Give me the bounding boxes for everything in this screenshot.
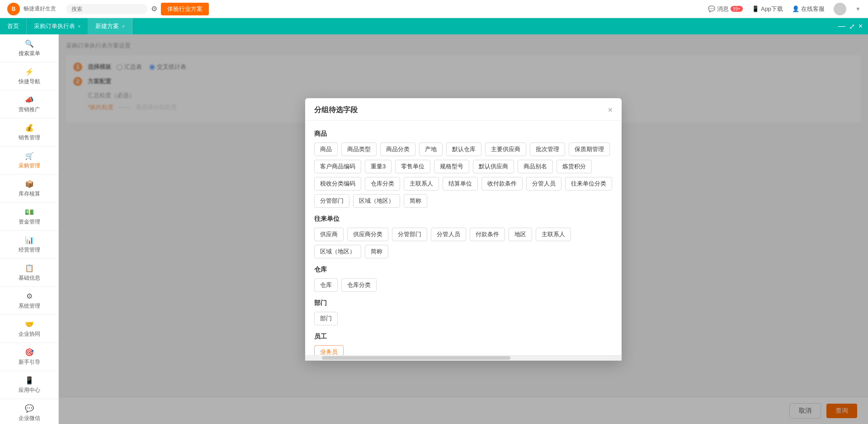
field-origin[interactable]: 产地: [419, 143, 443, 156]
avatar[interactable]: [834, 3, 846, 15]
modal-title: 分组待选字段: [314, 105, 358, 115]
field-payment-terms[interactable]: 收付款条件: [481, 177, 523, 191]
search-input[interactable]: [71, 6, 126, 12]
sidebar-item-enterprise-wechat[interactable]: 💬 企业微信: [0, 399, 58, 424]
field-partner-supervisor[interactable]: 分管人员: [431, 228, 466, 241]
modal-header: 分组待选字段 ×: [305, 98, 622, 121]
user-arrow[interactable]: ▼: [855, 6, 861, 12]
field-goods-type[interactable]: 商品类型: [341, 143, 377, 156]
field-partner-short[interactable]: 简称: [365, 245, 388, 258]
field-dept[interactable]: 分管部门: [314, 194, 349, 208]
field-short-name[interactable]: 简称: [404, 194, 427, 208]
sidebar-item-search[interactable]: 🔍 搜索菜单: [0, 34, 58, 62]
sidebar-item-finance[interactable]: 💵 资金管理: [0, 203, 58, 231]
sidebar-item-app-center[interactable]: 📱 应用中心: [0, 371, 58, 399]
field-goods[interactable]: 商品: [314, 143, 338, 156]
field-default-warehouse[interactable]: 默认仓库: [446, 143, 481, 156]
online-service-item[interactable]: 👤 在线客服: [792, 5, 825, 13]
field-default-supplier[interactable]: 默认供应商: [473, 160, 514, 173]
app-download-item[interactable]: 📱 App下载: [752, 5, 783, 13]
sidebar-item-system-label: 系统管理: [19, 302, 40, 310]
field-grid-employee: 业务员: [314, 345, 613, 355]
modal-close-button[interactable]: ×: [608, 106, 613, 114]
field-retail-unit[interactable]: 零售单位: [395, 160, 430, 173]
sidebar-item-marketing[interactable]: 📣 营销推广: [0, 91, 58, 119]
field-main-contact[interactable]: 主联系人: [404, 177, 439, 191]
field-tax-code[interactable]: 税收分类编码: [314, 177, 361, 191]
tab-new-plan-label: 新建方案: [95, 22, 119, 30]
field-payment-cond[interactable]: 付款条件: [470, 228, 505, 241]
field-batch-mgmt[interactable]: 批次管理: [530, 143, 565, 156]
field-spec-model[interactable]: 规格型号: [434, 160, 469, 173]
tab-close-icon[interactable]: ×: [859, 22, 863, 31]
field-settlement-unit[interactable]: 结算单位: [443, 177, 478, 191]
tab-fullscreen-icon[interactable]: ⤢: [849, 22, 855, 31]
field-supplier[interactable]: 供应商: [314, 228, 344, 241]
trial-button[interactable]: 体验行业方案: [161, 3, 209, 15]
inventory-icon: 📦: [25, 179, 34, 188]
sidebar-item-inventory[interactable]: 📦 库存核算: [0, 175, 58, 203]
logo-text: 畅捷通好生意: [24, 5, 56, 12]
top-header: B 畅捷通好生意 ⚙ 体验行业方案 💬 消息 99+ 📱 App下载 👤 在线客…: [0, 0, 868, 18]
system-icon: ⚙: [25, 291, 34, 300]
sidebar-item-system[interactable]: ⚙ 系统管理: [0, 287, 58, 315]
search-input-wrap[interactable]: [66, 4, 147, 14]
section-title-employee: 员工: [314, 333, 613, 341]
field-supplier-category[interactable]: 供应商分类: [347, 228, 388, 241]
field-weight3[interactable]: 重量3: [365, 160, 392, 173]
modal-hscroll-thumb: [322, 356, 511, 360]
logo-area: B 畅捷通好生意: [7, 3, 66, 15]
marketing-icon: 📣: [25, 95, 34, 104]
field-partner-contact[interactable]: 主联系人: [536, 228, 571, 241]
field-warehouse-name[interactable]: 仓库: [314, 278, 338, 292]
enterprise-wechat-icon: 💬: [25, 404, 34, 413]
field-area[interactable]: 地区: [509, 228, 532, 241]
field-main-supplier[interactable]: 主要供应商: [485, 143, 526, 156]
basic-info-icon: 📋: [25, 263, 34, 272]
sales-icon: 💰: [25, 123, 34, 132]
field-warehouse-category[interactable]: 仓库分类: [365, 177, 400, 191]
sidebar: 🔍 搜索菜单 ⚡ 快捷导航 📣 营销推广 💰 销售管理 🛒 采购管理 📦 库存核…: [0, 34, 59, 424]
online-service-icon: 👤: [792, 5, 799, 12]
field-partner-dept[interactable]: 分管部门: [392, 228, 427, 241]
sidebar-item-enterprise-collab[interactable]: 🤝 企业协同: [0, 315, 58, 343]
tab-purchase-order-close[interactable]: ×: [78, 24, 80, 29]
tab-home[interactable]: 首页: [0, 18, 27, 34]
field-goods-alias[interactable]: 商品别名: [518, 160, 553, 173]
field-customer-code[interactable]: 客户商品编码: [314, 160, 361, 173]
sidebar-item-search-label: 搜索菜单: [19, 50, 40, 57]
field-partner-region[interactable]: 区域（地区）: [314, 245, 361, 258]
sidebar-item-quick-nav[interactable]: ⚡ 快捷导航: [0, 62, 58, 91]
section-title-dept: 部门: [314, 299, 613, 307]
sidebar-item-new-guide[interactable]: 🎯 新手引导: [0, 343, 58, 371]
field-region[interactable]: 区域（地区）: [353, 194, 400, 208]
field-salesperson[interactable]: 业务员: [314, 345, 344, 355]
sidebar-item-basic-info[interactable]: 📋 基础信息: [0, 259, 58, 287]
tab-new-plan-close[interactable]: ×: [122, 24, 124, 29]
online-service-label: 在线客服: [801, 5, 825, 13]
tab-purchase-order[interactable]: 采购订单执行表 ×: [27, 18, 88, 34]
app-download-label: App下载: [761, 5, 783, 13]
field-warehouse-cat[interactable]: 仓库分类: [341, 278, 377, 292]
sidebar-item-finance-label: 资金管理: [19, 218, 40, 226]
field-grid-warehouse: 仓库 仓库分类: [314, 278, 613, 292]
modal-hscroll[interactable]: [305, 355, 622, 361]
tab-purchase-order-label: 采购订单执行表: [34, 22, 75, 30]
field-dept-name[interactable]: 部门: [314, 312, 338, 325]
tab-home-label: 首页: [7, 22, 19, 30]
settings-icon[interactable]: ⚙: [151, 5, 157, 13]
sidebar-item-operations[interactable]: 📊 经营管理: [0, 231, 58, 259]
field-goods-category[interactable]: 商品分类: [380, 143, 415, 156]
field-smelting-points[interactable]: 炼货积分: [557, 160, 592, 173]
field-partner-category[interactable]: 往来单位分类: [565, 177, 612, 191]
modal-body[interactable]: 商品 商品 商品类型 商品分类 产地 默认仓库 主要供应商 批次管理 保质期管理…: [305, 121, 622, 355]
field-shelf-life[interactable]: 保质期管理: [569, 143, 610, 156]
message-item[interactable]: 💬 消息 99+: [708, 5, 743, 13]
message-label: 消息: [717, 5, 729, 13]
field-supervisor[interactable]: 分管人员: [526, 177, 561, 191]
sidebar-item-sales[interactable]: 💰 销售管理: [0, 119, 58, 147]
tab-new-plan[interactable]: 新建方案 ×: [88, 18, 132, 34]
sidebar-item-quick-nav-label: 快捷导航: [19, 78, 40, 86]
sidebar-item-purchase[interactable]: 🛒 采购管理: [0, 147, 58, 175]
tab-minus-icon[interactable]: —: [838, 22, 845, 31]
